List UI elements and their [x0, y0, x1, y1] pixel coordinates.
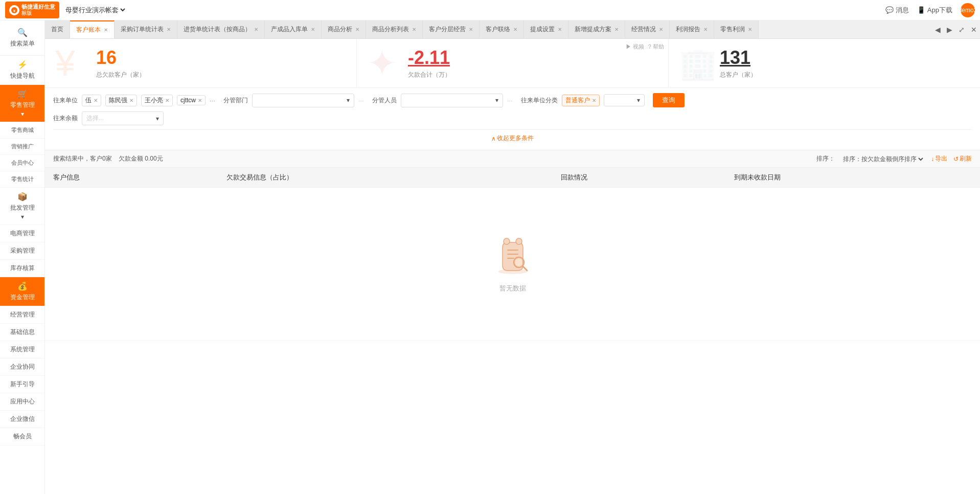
sidebar-item-wechat[interactable]: 企业微信 — [0, 411, 44, 428]
department-more[interactable]: ··· — [358, 97, 364, 104]
sidebar-item-system[interactable]: 系统管理 — [0, 341, 44, 358]
tab-home[interactable]: 首页 — [45, 20, 70, 39]
refresh-button[interactable]: ↺ 刷新 — [953, 154, 972, 163]
sidebar-item-retail[interactable]: 🛒 零售管理 ▾ — [0, 85, 44, 122]
staff-label: 分管人员 — [372, 96, 397, 105]
results-bar: 搜索结果中，客户0家 欠款金额 0.00元 排序： 排序：按欠款金额倒序排序 ↓… — [45, 150, 980, 168]
sidebar-item-ecommerce[interactable]: 电商管理 — [0, 225, 44, 242]
export-button[interactable]: ↓ 导出 — [931, 154, 947, 163]
col-customer-info: 客户信息 — [45, 168, 218, 188]
filter-tag-unit-chen[interactable]: 陈民强 ✕ — [105, 95, 137, 106]
department-dropdown[interactable]: ▾ — [252, 94, 354, 107]
results-actions: 排序： 排序：按欠款金额倒序排序 ↓ 导出 ↺ 刷新 — [816, 154, 972, 163]
chevron-down-icon5: ▾ — [637, 97, 640, 104]
tab-close-purchase-order[interactable]: ✕ — [167, 27, 171, 32]
staff-dropdown[interactable]: ▾ — [401, 94, 503, 107]
query-button[interactable]: 查询 — [653, 93, 685, 107]
sidebar-item-appcenter[interactable]: 应用中心 — [0, 393, 44, 411]
tab-close-product-entry[interactable]: ✕ — [311, 27, 315, 32]
filter-tag-unit-all[interactable]: 伍 ✕ — [82, 95, 101, 106]
tab-goods-analysis[interactable]: 商品分析 ✕ — [322, 20, 366, 39]
tab-customer-contact[interactable]: 客户联络 ✕ — [480, 20, 524, 39]
tab-close-customer-ledger[interactable]: ✕ — [104, 27, 108, 33]
tab-close-add-commission[interactable]: ✕ — [614, 27, 619, 32]
stat-value-customers[interactable]: 131 — [720, 47, 750, 69]
sidebar-item-member2[interactable]: 畅会员 — [0, 428, 44, 445]
tab-maximize[interactable]: ⤢ — [955, 26, 968, 34]
tab-close-goods-analysis[interactable]: ✕ — [355, 27, 359, 32]
remove-tag-unit0[interactable]: ✕ — [94, 98, 98, 103]
stat-value-owed[interactable]: -2.11 — [408, 47, 450, 69]
remove-tag-category[interactable]: ✕ — [592, 98, 596, 103]
chevron-down-icon: ▾ — [21, 110, 24, 118]
tab-operations[interactable]: 经营情况 ✕ — [625, 20, 670, 39]
logo: ¥ 畅捷通好生意 标版 — [5, 2, 59, 18]
remove-tag-unit1[interactable]: ✕ — [129, 98, 133, 103]
tab-retail-profit[interactable]: 零售利润 ✕ — [714, 20, 759, 39]
video-btn[interactable]: ▶ 视频 — [626, 43, 644, 51]
empty-text: 暂无数据 — [499, 284, 526, 293]
logo-icon: ¥ — [9, 5, 19, 15]
staff-more[interactable]: ··· — [507, 97, 513, 104]
tab-close-goods-stats[interactable]: ✕ — [254, 27, 258, 32]
tab-commission-settings[interactable]: 提成设置 ✕ — [524, 20, 568, 39]
category-dropdown[interactable]: ▾ — [604, 94, 645, 106]
sidebar-item-marketing[interactable]: 营销推广 — [0, 139, 44, 155]
tab-scroll-right[interactable]: ▶ — [944, 26, 955, 34]
help-btn[interactable]: ? 帮助 — [648, 43, 664, 51]
account-selector[interactable]: 母婴行业演示帐套 — [63, 6, 127, 14]
sidebar-item-operations[interactable]: 经营管理 — [0, 306, 44, 324]
sidebar-item-retail-stats[interactable]: 零售统计 — [0, 171, 44, 188]
filter-more-btn[interactable]: ··· — [210, 97, 215, 104]
tab-close-commission[interactable]: ✕ — [558, 27, 562, 32]
sidebar-item-purchase[interactable]: 采购管理 — [0, 242, 44, 260]
tab-close-customer-contact[interactable]: ✕ — [513, 27, 517, 32]
tab-customer-tier[interactable]: 客户分层经营 ✕ — [423, 20, 480, 39]
tab-purchase-order[interactable]: 采购订单统计表 ✕ — [115, 20, 177, 39]
tab-close-profit[interactable]: ✕ — [703, 27, 708, 32]
sidebar-item-member[interactable]: 会员中心 — [0, 155, 44, 171]
sidebar-item-search[interactable]: 🔍 搜索菜单 — [4, 25, 40, 51]
filter-tag-unit-cjttcw[interactable]: cjttcw ✕ — [177, 95, 206, 105]
tab-close-goods-analysis-list[interactable]: ✕ — [412, 27, 416, 32]
sort-select[interactable]: 排序：按欠款金额倒序排序 — [841, 155, 925, 163]
tab-product-entry[interactable]: 产成品入库单 ✕ — [265, 20, 322, 39]
app-download-btn[interactable]: 📱 App下载 — [917, 6, 952, 15]
stat-value-debtors[interactable]: 16 — [96, 47, 117, 69]
sidebar-item-collab[interactable]: 企业协同 — [0, 358, 44, 376]
tab-goods-analysis-list[interactable]: 商品分析列表 ✕ — [366, 20, 423, 39]
category-label: 往来单位分类 — [521, 96, 558, 105]
sidebar-item-quicknav[interactable]: ⚡ 快捷导航 — [0, 56, 44, 85]
tab-scroll-left[interactable]: ◀ — [932, 26, 944, 34]
collapse-button[interactable]: ∧ 收起更多条件 — [491, 134, 534, 143]
tab-add-commission[interactable]: 新增提成方案 ✕ — [568, 20, 625, 39]
download-icon: 📱 — [917, 6, 925, 14]
remove-tag-unit2[interactable]: ✕ — [165, 98, 169, 103]
data-table: 客户信息 欠款交易信息（占比） 回款情况 到期未收款日期 — [45, 168, 980, 341]
filter-tag-unit-wang[interactable]: 王小亮 ✕ — [141, 95, 173, 106]
empty-row: 暂无数据 — [45, 188, 980, 341]
tab-profit-report[interactable]: 利润报告 ✕ — [670, 20, 714, 39]
tab-close-customer-tier[interactable]: ✕ — [469, 27, 473, 32]
message-btn[interactable]: 💬 消息 — [885, 6, 909, 15]
remove-tag-unit3[interactable]: ✕ — [198, 98, 202, 103]
tab-close-operations[interactable]: ✕ — [659, 27, 663, 32]
tab-close-all[interactable]: ✕ — [968, 26, 980, 34]
filter-tag-category[interactable]: 普通客户 ✕ — [562, 95, 600, 106]
tab-goods-stats[interactable]: 进货单统计表（按商品） ✕ — [177, 20, 265, 39]
balance-dropdown[interactable]: 选择... ▾ — [82, 111, 164, 125]
refresh-icon: ↺ — [953, 155, 959, 163]
tab-customer-ledger[interactable]: 客户账本 ✕ — [70, 20, 115, 39]
topbar-right: 💬 消息 📱 App下载 demo2 — [885, 3, 975, 17]
sidebar-item-inventory[interactable]: 库存核算 — [0, 260, 44, 277]
sidebar-item-newbie[interactable]: 新手引导 — [0, 376, 44, 393]
tab-close-retail-profit[interactable]: ✕ — [748, 27, 752, 32]
logo-text: 畅捷通好生意 — [21, 4, 55, 10]
quicknav-icon: ⚡ — [17, 60, 28, 70]
sidebar-item-finance[interactable]: 💰 资金管理 — [0, 277, 44, 306]
sidebar-item-wholesale[interactable]: 📦 批发管理 ▾ — [0, 188, 44, 225]
avatar[interactable]: demo2 — [961, 3, 975, 17]
collapse-section: ∧ 收起更多条件 — [53, 129, 972, 143]
sidebar-item-retail-mall[interactable]: 零售商城 — [0, 122, 44, 139]
sidebar-item-basic[interactable]: 基础信息 — [0, 324, 44, 341]
